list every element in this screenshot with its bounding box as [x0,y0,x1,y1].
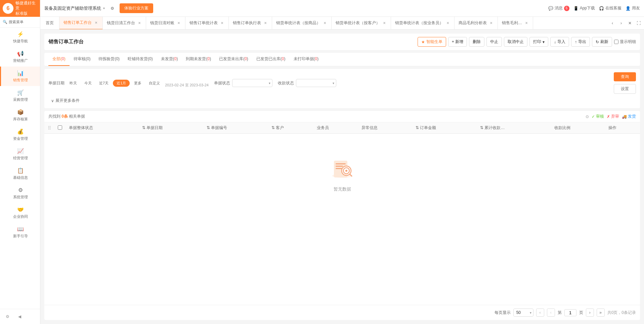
batch-check-btn[interactable]: ✓ 审核 [592,114,604,119]
tab-close-by-product[interactable]: ✕ [323,21,327,26]
tab-scroll-left-btn[interactable]: ‹ [608,19,616,27]
tab-close-by-customer[interactable]: ✕ [382,21,387,26]
date-btn-more[interactable]: 更多 [131,80,144,87]
tab-sales-by-salesperson[interactable]: 销货单统计表（按业务员） ✕ [391,17,455,30]
col-date[interactable]: ⇅ 单据日期 [139,122,203,134]
cancel-stop-btn[interactable]: 取消中止 [504,37,527,47]
refresh-btn[interactable]: ↻ 刷新 [592,37,612,47]
import-btn[interactable]: ↓ 导入 [550,37,569,47]
tab-sales-margin[interactable]: 销售毛利… ✕ [498,17,533,30]
settings-bottom-btn[interactable]: ⚙ [3,312,12,321]
date-btn-7days[interactable]: 近7天 [96,80,112,87]
delete-btn[interactable]: 删除 [469,37,484,47]
tab-close-all-btn[interactable]: ✕ [626,19,634,27]
col-checkbox[interactable] [54,122,66,134]
collapse-btn[interactable]: ◀ [15,312,24,321]
batch-actions-label: ⊙ [586,114,589,119]
sidebar-item-system[interactable]: ⚙ 系统管理 [0,184,40,203]
tab-fullscreen-btn[interactable]: ⛶ [635,19,643,27]
per-page-select[interactable]: 50 10 20 100 [513,309,533,317]
sub-tab-shop-pending-ship[interactable]: 旺铺待发货(0) [124,53,157,66]
sidebar-item-sales[interactable]: 📊 销售管理 [0,67,40,86]
tab-sales-order-stats[interactable]: 销售订单统计表 ✕ [185,17,229,30]
date-btn-custom[interactable]: 自定义 [146,80,163,87]
topbar-settings-btn[interactable]: ⚙ [108,4,117,13]
tab-daily-reconciliation[interactable]: 钱货日清对账 ✕ [146,17,185,30]
show-detail-label[interactable]: 显示明细 [614,39,636,45]
tab-close-order-stats[interactable]: ✕ [220,21,224,26]
col-number[interactable]: ⇅ 单据编号 [203,122,268,134]
sidebar-item-finance[interactable]: 💰 资金管理 [0,125,40,145]
app-download-btn[interactable]: 📱 App下载 [573,5,595,11]
tab-close-sales-order[interactable]: ✕ [94,21,98,25]
filter-status-select-wrap [232,79,272,87]
batch-ship-btn[interactable]: 🚚 发货 [622,114,636,119]
set-filter-btn[interactable]: 设置 [614,84,636,94]
tab-sales-by-customer[interactable]: 销货单统计表（按客户） ✕ [332,17,391,30]
empty-state: 暂无数据 [44,134,640,212]
sidebar-item-basic-info[interactable]: 📋 基础信息 [0,164,40,184]
smart-create-btn[interactable]: ★ 智能生单 [418,37,446,47]
tab-close-daily-clearance[interactable]: ✕ [137,21,142,26]
date-btn-today[interactable]: 今天 [81,80,95,87]
select-all-checkbox[interactable] [58,125,62,130]
corp-icon: 🤝 [17,206,24,213]
col-payment-ratio: 收款比例 [551,122,605,134]
online-service-btn[interactable]: 🎧 在线客服 [599,5,621,11]
tab-close-order-exec[interactable]: ✕ [263,21,268,26]
sidebar-item-search[interactable]: 🔍 搜索菜单 [0,17,40,28]
sidebar-item-quick-nav[interactable]: ⚡ 快捷导航 [0,28,40,47]
sub-tab-all[interactable]: 全部(0) [48,53,70,66]
sidebar-item-purchase[interactable]: 🛒 采购管理 [0,86,40,106]
print-btn[interactable]: 打印 ▾ [529,37,548,47]
filter-payment-select[interactable] [296,79,336,87]
col-accumulated[interactable]: ⇅ 累计收款… [477,122,551,134]
tab-close-gross-profit[interactable]: ✕ [489,21,493,26]
query-btn[interactable]: 查询 [614,72,636,81]
prev-page-btn[interactable]: ‹ [547,309,555,317]
export-btn[interactable]: ↑ 导出 [571,37,590,47]
show-detail-checkbox[interactable] [614,40,618,44]
filter-status-select[interactable] [232,79,272,87]
tab-sales-order-workbench[interactable]: 销售订单工作台 ✕ [59,17,103,30]
tab-close-reconciliation[interactable]: ✕ [176,21,181,26]
user-menu-btn[interactable]: 👤 用友 [626,5,640,11]
finance-icon: 💰 [17,128,24,135]
sidebar-item-management[interactable]: 📈 经营管理 [0,145,40,164]
tab-close-sales-margin[interactable]: ✕ [524,21,529,26]
sub-tab-shipped-warehoused[interactable]: 已发货已出库(0) [252,53,290,66]
messages-btn[interactable]: 💬 消息 6 [548,5,569,11]
sidebar-item-guide[interactable]: 📖 新手引导 [0,222,40,242]
tab-home[interactable]: 首页 [40,17,59,30]
sidebar-item-inventory[interactable]: 📦 库存核算 [0,106,40,125]
industry-solution-btn[interactable]: 体验行业方案 [120,3,153,13]
date-btn-1month[interactable]: 近1月 [113,80,130,87]
tab-sales-by-product[interactable]: 销货单统计表（按商品） ✕ [272,17,332,30]
sub-tab-not-shipped[interactable]: 未发货(0) [157,53,182,66]
stop-btn[interactable]: 中止 [486,37,502,47]
batch-uncheck-btn[interactable]: ✗ 弃审 [607,114,619,119]
sidebar-item-marketing[interactable]: 📢 营销推广 [0,47,40,67]
next-page-btn[interactable]: › [586,309,594,317]
sidebar-item-corp[interactable]: 🤝 企业协同 [0,203,40,222]
expand-filter-btn[interactable]: ∨ 展开更多条件 [48,96,82,105]
tab-daily-clearance[interactable]: 钱货日清工作台 ✕ [103,17,146,30]
date-btn-yesterday[interactable]: 昨天 [67,80,80,87]
tab-gross-profit[interactable]: 商品毛利分析表 ✕ [455,17,498,30]
col-customer[interactable]: ⇅ 客户 [268,122,314,134]
tab-close-by-salesperson[interactable]: ✕ [445,21,450,26]
add-btn[interactable]: + 新增 [448,37,467,47]
sub-tab-not-printed[interactable]: 未打印单据(0) [290,53,323,66]
tab-scroll-right-btn[interactable]: › [617,19,625,27]
table-scroll[interactable]: ⠿ 单据整体状态 ⇅ 单据日期 [44,122,640,305]
sub-tab-shipped-not-warehoused[interactable]: 已发货未出库(0) [215,53,252,66]
tab-sales-order-exec[interactable]: 销售订单执行表 ✕ [229,17,272,30]
page-number-input[interactable] [564,309,576,316]
sub-tab-pending-review[interactable]: 待审核(0) [70,53,95,66]
sub-tab-pending-inspection[interactable]: 待拣验货(0) [94,53,124,66]
last-page-btn[interactable]: » [597,309,605,317]
col-amount[interactable]: ⇅ 订单金额 [412,122,477,134]
filter-row-1: 单据日期 昨天 今天 近7天 近1月 更多 自定义 2023-02-24 至 2… [48,72,636,94]
sub-tab-overdue-not-shipped[interactable]: 到期未发货(0) [182,53,215,66]
first-page-btn[interactable]: « [536,309,544,317]
